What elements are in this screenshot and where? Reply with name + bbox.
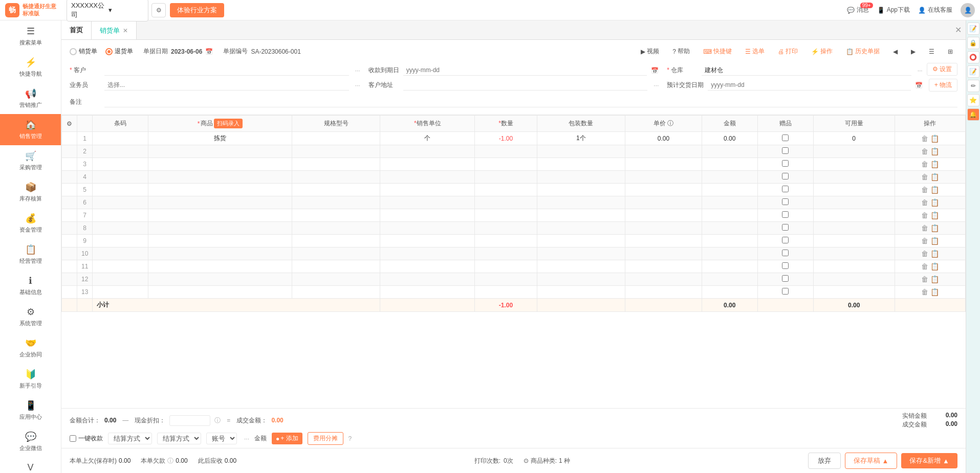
address-dots[interactable]: ···	[654, 82, 659, 89]
cell-unit[interactable]: 个	[380, 132, 475, 145]
tab-close-icon[interactable]: ✕	[123, 27, 128, 34]
copy-icon-3[interactable]: 📋	[930, 160, 939, 168]
cell-unit-price[interactable]	[625, 273, 702, 286]
cell-amount[interactable]	[702, 247, 757, 260]
copy-icon-10[interactable]: 📋	[930, 250, 939, 258]
cell-unit[interactable]	[380, 260, 475, 273]
save-draft-btn[interactable]: 保存草稿 ▲	[845, 453, 898, 469]
add-btn[interactable]: ● + 添加	[272, 433, 302, 444]
cell-qty[interactable]	[475, 158, 537, 171]
cell-product[interactable]	[148, 196, 292, 209]
delivery-cal-icon[interactable]: 📅	[915, 82, 923, 89]
cell-pkg-qty[interactable]	[537, 158, 625, 171]
discard-btn[interactable]: 放弃	[808, 453, 841, 469]
delete-icon-11[interactable]: 🗑	[921, 262, 928, 271]
sidebar-item-ops-mgmt[interactable]: 📋 经营管理	[0, 239, 61, 270]
toolbar-help[interactable]: ?帮助	[668, 45, 694, 58]
warehouse-input[interactable]	[702, 65, 911, 76]
cell-unit-price[interactable]	[625, 247, 702, 260]
cell-unit-price[interactable]	[625, 196, 702, 209]
cell-product[interactable]	[148, 260, 292, 273]
sidebar-item-vip-member[interactable]: V 畅会员	[0, 457, 61, 473]
cell-spec[interactable]	[292, 209, 380, 222]
cell-product[interactable]	[148, 184, 292, 196]
cell-product[interactable]	[148, 145, 292, 158]
app-download-btn[interactable]: 📱 App下载	[877, 6, 910, 14]
cell-spec[interactable]	[292, 273, 380, 286]
cell-barcode[interactable]	[93, 171, 148, 184]
cell-product[interactable]	[148, 171, 292, 184]
cell-unit[interactable]	[380, 171, 475, 184]
toolbar-list-view1[interactable]: ☰	[924, 46, 939, 57]
cell-barcode[interactable]	[93, 273, 148, 286]
cell-unit[interactable]	[380, 196, 475, 209]
salesperson-dots[interactable]: ···	[355, 82, 360, 89]
cell-barcode[interactable]	[93, 158, 148, 171]
cell-unit-price[interactable]: 0.00	[625, 132, 702, 145]
cell-unit-price[interactable]	[625, 260, 702, 273]
toolbar-history[interactable]: 📋历史单据	[841, 45, 884, 58]
cell-qty[interactable]	[475, 184, 537, 196]
doc-number-value[interactable]: SA-20230606-001	[251, 48, 300, 55]
cell-product[interactable]	[148, 247, 292, 260]
cell-unit[interactable]	[380, 247, 475, 260]
sidebar-item-purchase-mgmt[interactable]: 🛒 采购管理	[0, 145, 61, 176]
cell-amount[interactable]	[702, 171, 757, 184]
cell-unit-price[interactable]	[625, 184, 702, 196]
gift-checkbox-11[interactable]	[782, 262, 789, 269]
cell-unit-price[interactable]	[625, 235, 702, 247]
cell-amount[interactable]	[702, 260, 757, 273]
cell-unit[interactable]	[380, 158, 475, 171]
cell-spec[interactable]	[292, 132, 380, 145]
cell-unit[interactable]	[380, 222, 475, 235]
cell-pkg-qty[interactable]	[537, 260, 625, 273]
copy-icon-5[interactable]: 📋	[930, 186, 939, 194]
gift-checkbox-10[interactable]	[782, 250, 789, 256]
cell-spec[interactable]	[292, 286, 380, 299]
cell-unit-price[interactable]	[625, 158, 702, 171]
cell-barcode[interactable]	[93, 145, 148, 158]
radio-sales-bill[interactable]: 销货单	[70, 47, 97, 56]
cell-spec[interactable]	[292, 145, 380, 158]
cell-spec[interactable]	[292, 158, 380, 171]
toolbar-select-order[interactable]: ☰选单	[741, 45, 769, 58]
cell-product[interactable]	[148, 158, 292, 171]
sidebar-item-new-guide[interactable]: 🔰 新手引导	[0, 364, 61, 395]
cell-amount[interactable]	[702, 158, 757, 171]
delete-icon-9[interactable]: 🗑	[921, 237, 928, 245]
toolbar-nav-prev[interactable]: ◀	[888, 46, 902, 57]
copy-icon-9[interactable]: 📋	[930, 237, 939, 245]
sidebar-item-enterprise-collab[interactable]: 🤝 企业协同	[0, 332, 61, 364]
cell-product[interactable]	[148, 286, 292, 299]
delete-icon-12[interactable]: 🗑	[921, 275, 928, 283]
copy-icon-2[interactable]: 📋	[930, 147, 939, 155]
cash-discount-input[interactable]	[169, 415, 210, 426]
tab-close-all-icon[interactable]: ✕	[955, 25, 962, 35]
cell-spec[interactable]	[292, 171, 380, 184]
account-select[interactable]: 账号	[206, 433, 237, 444]
cell-product[interactable]	[148, 235, 292, 247]
copy-icon-13[interactable]: 📋	[930, 288, 939, 296]
cell-spec[interactable]	[292, 222, 380, 235]
cell-barcode[interactable]	[93, 209, 148, 222]
cell-unit-price[interactable]	[625, 145, 702, 158]
online-service-btn[interactable]: 👤 在线客服	[918, 6, 952, 14]
th-gear[interactable]: ⚙	[62, 116, 77, 132]
cell-unit-price[interactable]	[625, 222, 702, 235]
cell-qty[interactable]	[475, 196, 537, 209]
customer-address-input[interactable]	[403, 80, 648, 91]
customer-input[interactable]	[104, 65, 349, 76]
cell-pkg-qty[interactable]	[537, 235, 625, 247]
cell-pkg-qty[interactable]: 1个	[537, 132, 625, 145]
sidebar-item-sys-mgmt[interactable]: ⚙ 系统管理	[0, 301, 61, 332]
cell-pkg-qty[interactable]	[537, 145, 625, 158]
cell-qty[interactable]	[475, 286, 537, 299]
delete-icon-1[interactable]: 🗑	[921, 134, 928, 143]
cell-pkg-qty[interactable]	[537, 196, 625, 209]
cell-qty[interactable]	[475, 260, 537, 273]
gift-checkbox-8[interactable]	[782, 224, 789, 231]
gift-checkbox-7[interactable]	[782, 211, 789, 218]
gift-checkbox-2[interactable]	[782, 147, 789, 154]
cell-unit[interactable]	[380, 273, 475, 286]
calendar-icon[interactable]: 📅	[205, 48, 213, 55]
